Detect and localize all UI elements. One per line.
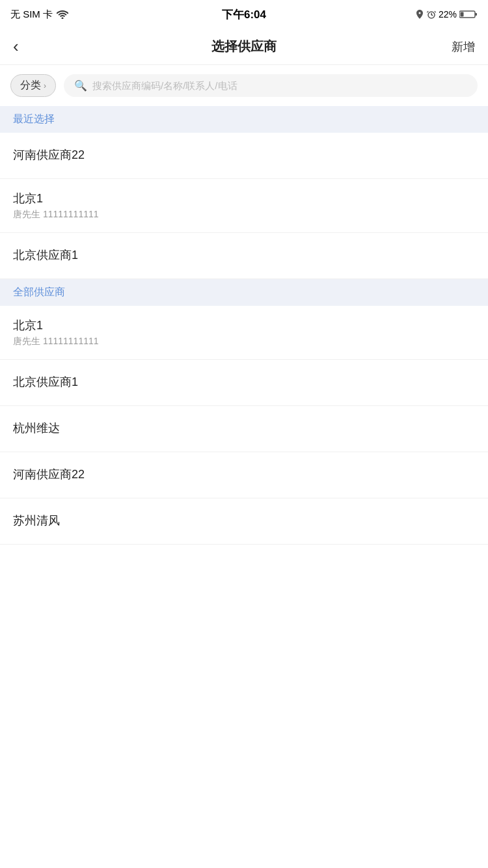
search-input[interactable] — [92, 80, 467, 91]
all-items-list: 北京1唐先生 11111111111北京供应商1杭州维达河南供应商22苏州清风 — [0, 306, 488, 545]
alarm-icon — [427, 10, 436, 19]
back-button[interactable]: ‹ — [13, 34, 24, 59]
list-item[interactable]: 苏州清风 — [0, 498, 488, 545]
search-bar: 分类 › 🔍 — [0, 65, 488, 106]
battery-icon — [459, 10, 478, 19]
list-item[interactable]: 北京1唐先生 11111111111 — [0, 179, 488, 233]
list-item[interactable]: 河南供应商22 — [0, 133, 488, 179]
category-button[interactable]: 分类 › — [10, 74, 56, 97]
supplier-name: 河南供应商22 — [13, 467, 475, 482]
svg-rect-2 — [461, 12, 464, 17]
supplier-name: 北京1 — [13, 191, 475, 206]
list-item[interactable]: 河南供应商22 — [0, 452, 488, 498]
sim-label: 无 SIM 卡 — [10, 8, 53, 21]
supplier-name: 杭州维达 — [13, 420, 475, 436]
supplier-name: 北京供应商1 — [13, 374, 475, 390]
supplier-sub: 唐先生 11111111111 — [13, 209, 475, 221]
battery-label: 22% — [439, 9, 457, 20]
svg-rect-3 — [475, 13, 477, 16]
category-label: 分类 — [20, 79, 41, 92]
list-item[interactable]: 北京1唐先生 11111111111 — [0, 306, 488, 360]
list-item[interactable]: 北京供应商1 — [0, 233, 488, 279]
recent-items-list: 河南供应商22北京1唐先生 11111111111北京供应商1 — [0, 133, 488, 279]
nav-bar: ‹ 选择供应商 新增 — [0, 29, 488, 65]
status-time: 下午6:04 — [222, 7, 266, 22]
supplier-name: 苏州清风 — [13, 513, 475, 528]
all-header-label: 全部供应商 — [13, 286, 65, 297]
supplier-name: 北京供应商1 — [13, 247, 475, 263]
list-item[interactable]: 杭州维达 — [0, 406, 488, 452]
list-item[interactable]: 北京供应商1 — [0, 360, 488, 406]
search-input-wrap[interactable]: 🔍 — [64, 74, 478, 97]
search-icon: 🔍 — [74, 79, 87, 92]
wifi-icon — [57, 10, 68, 19]
recent-section-header: 最近选择 — [0, 106, 488, 133]
supplier-name: 北京1 — [13, 318, 475, 333]
all-section-header: 全部供应商 — [0, 279, 488, 306]
location-icon — [415, 10, 424, 19]
status-right: 22% — [415, 9, 478, 20]
add-button[interactable]: 新增 — [452, 39, 475, 55]
recent-header-label: 最近选择 — [13, 113, 55, 124]
chevron-right-icon: › — [44, 81, 46, 90]
supplier-name: 河南供应商22 — [13, 147, 475, 163]
page-title: 选择供应商 — [211, 38, 277, 55]
status-bar: 无 SIM 卡 下午6:04 22% — [0, 0, 488, 29]
status-left: 无 SIM 卡 — [10, 8, 68, 21]
supplier-sub: 唐先生 11111111111 — [13, 336, 475, 347]
